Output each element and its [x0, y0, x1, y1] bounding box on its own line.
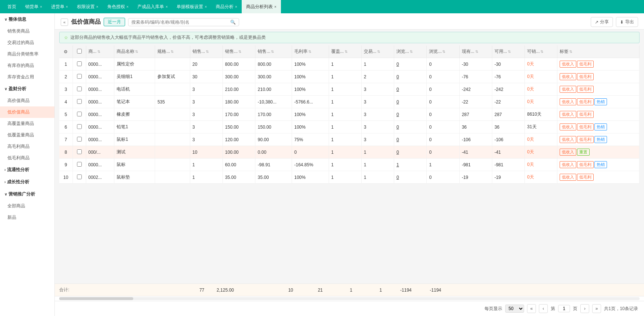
scrollbar-thumb[interactable]: [59, 297, 133, 300]
col-sale2[interactable]: 销售...⇅: [223, 45, 255, 58]
nav-close-role-auth[interactable]: ×: [127, 5, 129, 9]
search-icon[interactable]: 🔍: [230, 20, 236, 25]
tag-badge: 低毛利: [577, 73, 594, 80]
col-browse1[interactable]: 浏览...⇅: [394, 45, 427, 58]
sidebar-section-growth[interactable]: › 成长性分析: [0, 176, 54, 188]
first-page-button[interactable]: «: [527, 304, 536, 313]
collapse-sidebar-button[interactable]: «: [61, 18, 68, 26]
row-checkbox[interactable]: [77, 112, 82, 116]
arrow-liquidity-icon: ›: [4, 168, 6, 172]
browse1-link[interactable]: 0: [396, 137, 399, 142]
row-checkbox[interactable]: [77, 149, 82, 154]
row-checkbox[interactable]: [77, 74, 82, 79]
nav-product-storage[interactable]: 产成品入库单 ×: [133, 0, 172, 13]
nav-home[interactable]: 首页: [3, 0, 21, 13]
nav-close-permission[interactable]: ×: [96, 5, 98, 9]
browse1-link[interactable]: 0: [396, 74, 399, 79]
horizontal-scrollbar[interactable]: [55, 296, 644, 301]
sidebar-item-low-value[interactable]: 低价值商品: [0, 106, 54, 118]
browse1-link[interactable]: 0: [396, 150, 399, 155]
col-spec[interactable]: 规格...⇅: [155, 45, 190, 58]
nav-sales-order[interactable]: 销货单 ×: [21, 0, 47, 13]
cell-code: 0000...: [86, 121, 114, 133]
cell-name: 鼠标1: [114, 133, 155, 146]
row-checkbox[interactable]: [77, 174, 82, 179]
nav-close-template[interactable]: ×: [205, 5, 207, 9]
cell-checkbox: [73, 71, 86, 83]
sidebar-item-new-goods[interactable]: 新品: [0, 212, 54, 223]
sidebar-section-liquidity[interactable]: › 流通性分析: [0, 164, 54, 176]
col-current[interactable]: 现有...⇅: [459, 45, 492, 58]
nav-close-product-analysis[interactable]: ×: [235, 5, 237, 9]
col-browse2[interactable]: 浏览...⇅: [427, 45, 459, 58]
col-sale3[interactable]: 销售...⇅: [255, 45, 292, 58]
sidebar-item-category-sales-rate[interactable]: 商品分类销售率: [0, 48, 54, 60]
row-checkbox[interactable]: [77, 86, 82, 91]
table-row: 7 0000... 鼠标1 3 120.00 90.00 75% 1 3 0 0…: [59, 133, 640, 146]
current-page-input[interactable]: [558, 305, 570, 312]
filter-recent-month-button[interactable]: 近一月: [104, 18, 125, 26]
row-checkbox[interactable]: [77, 162, 82, 167]
col-code[interactable]: 商...⇅: [86, 45, 114, 58]
cell-sale3: -98.91: [255, 159, 292, 171]
col-sale1[interactable]: 销售...⇅: [190, 45, 222, 58]
nav-purchase-order[interactable]: 进货单 ×: [47, 0, 73, 13]
share-button[interactable]: ↗ 分享: [591, 17, 613, 27]
nav-product-analysis-list[interactable]: 商品分析列表 ×: [242, 0, 281, 13]
nav-close-sales-order[interactable]: ×: [40, 5, 42, 9]
sidebar-item-traded-goods[interactable]: 交易过的商品: [0, 37, 54, 48]
nav-product-analysis[interactable]: 商品分析 ×: [211, 0, 242, 13]
cell-name: 铅笔1: [114, 121, 155, 133]
nav-template-settings[interactable]: 单据模板设置 ×: [172, 0, 211, 13]
nav-close-purchase-order[interactable]: ×: [66, 5, 68, 9]
sort-code-icon: ⇅: [97, 50, 100, 54]
sidebar-item-sales-goods[interactable]: 销售类商品: [0, 26, 54, 37]
next-page-button[interactable]: ›: [580, 304, 589, 313]
nav-role-auth[interactable]: 角色授权 ×: [103, 0, 133, 13]
col-saleable[interactable]: 可销...⇅: [525, 45, 557, 58]
browse1-link[interactable]: 0: [396, 175, 399, 180]
browse1-link[interactable]: 0: [396, 99, 399, 105]
export-button[interactable]: ⬇ 导出: [616, 17, 638, 27]
last-page-button[interactable]: »: [592, 304, 601, 313]
browse1-link[interactable]: 0: [396, 125, 399, 130]
col-available[interactable]: 可用...⇅: [492, 45, 524, 58]
cell-current: -22: [459, 96, 492, 108]
notice-text: 这部分商品的销售收入大幅低于商品平均销售收入，价值不高，可考虑调整营销策略，或是…: [70, 34, 266, 41]
nav-permission-settings[interactable]: 权限设置 ×: [73, 0, 103, 13]
sidebar-section-overall[interactable]: ∨ 整体信息: [0, 13, 54, 26]
browse1-link[interactable]: 0: [396, 62, 399, 67]
sort-sale2-icon: ⇅: [238, 50, 241, 54]
col-name[interactable]: 商品名称⇅: [114, 45, 155, 58]
col-trade[interactable]: 交易...⇅: [361, 45, 394, 58]
sidebar-item-high-value[interactable]: 高价值商品: [0, 95, 54, 106]
col-coverage[interactable]: 覆盖...⇅: [329, 45, 361, 58]
browse1-link[interactable]: 1: [396, 162, 399, 167]
sidebar-item-inventory-capital[interactable]: 库存资金占用: [0, 71, 54, 83]
prev-page-button[interactable]: ‹: [539, 304, 548, 313]
col-tags[interactable]: 标签⇅: [557, 45, 640, 58]
row-checkbox[interactable]: [77, 61, 82, 66]
cell-browse2: 0: [427, 96, 459, 108]
sidebar-item-high-margin[interactable]: 高毛利商品: [0, 141, 54, 152]
nav-close-product-analysis-list[interactable]: ×: [274, 5, 276, 9]
nav-close-product-storage[interactable]: ×: [165, 5, 168, 9]
browse1-link[interactable]: 0: [396, 112, 399, 117]
sidebar-item-low-coverage[interactable]: 低覆盖量商品: [0, 129, 54, 141]
browse1-link[interactable]: 0: [396, 87, 399, 92]
col-settings[interactable]: ⚙: [59, 45, 73, 58]
col-gross-margin[interactable]: 毛利率⇅: [292, 45, 329, 58]
select-all-checkbox[interactable]: [77, 49, 82, 54]
row-checkbox[interactable]: [77, 99, 82, 104]
data-table-container[interactable]: ⚙ 商...⇅ 商品名称⇅ 规格...⇅ 销售...⇅ 销售...⇅ 销售...…: [59, 45, 640, 283]
row-checkbox[interactable]: [77, 124, 82, 129]
sidebar-section-marketing[interactable]: ∨ 营销推广分析: [0, 188, 54, 200]
sidebar-item-high-coverage[interactable]: 高覆盖量商品: [0, 118, 54, 129]
search-input[interactable]: [131, 20, 230, 25]
sidebar-item-inventory-goods[interactable]: 有库存的商品: [0, 60, 54, 71]
row-checkbox[interactable]: [77, 137, 82, 142]
sidebar-item-low-margin[interactable]: 低毛利商品: [0, 152, 54, 164]
sidebar-section-finance[interactable]: ∨ 盈财分析: [0, 83, 54, 95]
page-size-select[interactable]: 50 100: [505, 305, 524, 313]
sidebar-item-all-goods[interactable]: 全部商品: [0, 200, 54, 212]
